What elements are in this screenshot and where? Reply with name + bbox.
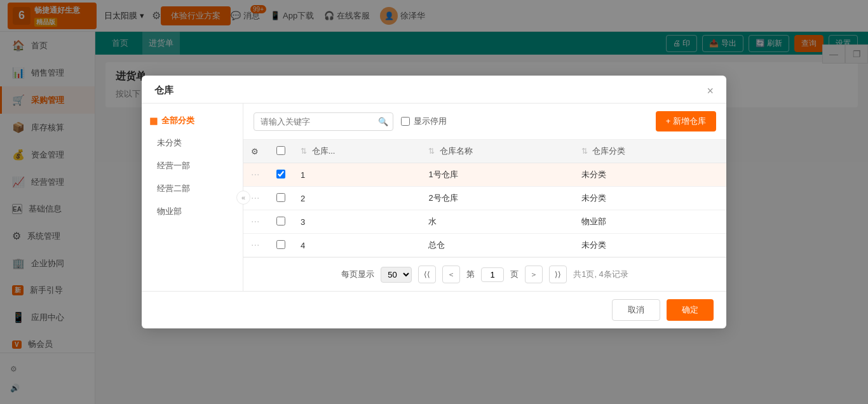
modal-overlay: 仓库 × ▦ 全部分类 未分类 经营一部 经营二部 物业部 « xyxy=(0,0,868,404)
table-row[interactable]: ··· 3 水 物业部 xyxy=(243,210,726,234)
row-name-cell: 水 xyxy=(421,210,573,234)
page-number-input[interactable] xyxy=(481,267,504,282)
row-checkbox[interactable] xyxy=(276,217,285,226)
row-checkbox-cell xyxy=(269,187,293,210)
row-actions-cell[interactable]: ··· xyxy=(243,210,269,234)
row-more-icon[interactable]: ··· xyxy=(251,216,259,227)
modal-footer: 取消 确定 xyxy=(142,291,726,328)
row-checkbox-cell xyxy=(269,234,293,257)
search-input-wrap: 🔍 xyxy=(254,112,393,131)
category-collapse-button[interactable]: « xyxy=(236,191,250,205)
modal-body: ▦ 全部分类 未分类 经营一部 经营二部 物业部 « 🔍 xyxy=(142,104,726,291)
row-num-cell: 2 xyxy=(293,187,421,210)
settings-th-icon: ⚙ xyxy=(251,147,259,156)
content-panel: 🔍 显示停用 + 新增仓库 ⚙ xyxy=(243,104,726,291)
row-more-icon[interactable]: ··· xyxy=(251,239,259,250)
warehouse-table: ⚙ ⇅ 仓库... ⇅ xyxy=(243,140,726,257)
show-disabled-label: 显示停用 xyxy=(414,116,447,127)
table-row[interactable]: ··· 4 总仓 未分类 xyxy=(243,234,726,257)
category-item-op2[interactable]: 经营二部 xyxy=(142,177,243,200)
row-checkbox[interactable] xyxy=(276,240,285,249)
row-name-cell: 1号仓库 xyxy=(421,163,573,187)
row-name-cell: 2号仓库 xyxy=(421,187,573,210)
page-text-label: 第 xyxy=(466,269,475,280)
table-row[interactable]: ··· 1 1号仓库 未分类 xyxy=(243,163,726,187)
search-input[interactable] xyxy=(254,112,393,131)
next-page-button[interactable]: ＞ xyxy=(525,266,543,283)
th-checkbox xyxy=(269,140,293,163)
row-more-icon[interactable]: ··· xyxy=(251,169,259,180)
show-disabled-wrap: 显示停用 xyxy=(401,116,447,127)
row-name-cell: 总仓 xyxy=(421,234,573,257)
table-row[interactable]: ··· 2 2号仓库 未分类 xyxy=(243,187,726,210)
content-toolbar: 🔍 显示停用 + 新增仓库 xyxy=(243,104,726,140)
sort-icon-code: ⇅ xyxy=(301,147,307,156)
per-page-label: 每页显示 xyxy=(341,269,374,280)
pagination-bar: 每页显示 50 ⟨⟨ ＜ 第 页 ＞ ⟩⟩ 共1页, 4条记录 xyxy=(243,257,726,291)
category-item-unclassified[interactable]: 未分类 xyxy=(142,131,243,154)
category-item-property[interactable]: 物业部 xyxy=(142,200,243,223)
row-num-cell: 3 xyxy=(293,210,421,234)
all-categories-item[interactable]: ▦ 全部分类 xyxy=(142,110,243,131)
th-name: ⇅ 仓库名称 xyxy=(421,140,573,163)
row-num-cell: 1 xyxy=(293,163,421,187)
modal-close-button[interactable]: × xyxy=(707,85,714,97)
search-icon[interactable]: 🔍 xyxy=(378,117,388,126)
sort-icon-category: ⇅ xyxy=(581,147,588,156)
th-code: ⇅ 仓库... xyxy=(293,140,421,163)
table-body: ··· 1 1号仓库 未分类 ··· 2 2号仓库 未分类 ··· 3 水 物业… xyxy=(243,163,726,257)
row-category-cell: 未分类 xyxy=(574,163,726,187)
all-categories-label: 全部分类 xyxy=(161,115,194,126)
page-summary: 共1页, 4条记录 xyxy=(573,269,628,280)
th-settings: ⚙ xyxy=(243,140,269,163)
row-category-cell: 物业部 xyxy=(574,210,726,234)
row-checkbox-cell xyxy=(269,163,293,187)
warehouse-modal: 仓库 × ▦ 全部分类 未分类 经营一部 经营二部 物业部 « xyxy=(142,76,726,328)
last-page-button[interactable]: ⟩⟩ xyxy=(549,266,567,283)
select-all-checkbox[interactable] xyxy=(276,146,285,155)
row-category-cell: 未分类 xyxy=(574,187,726,210)
confirm-button[interactable]: 确定 xyxy=(667,299,714,321)
category-panel: ▦ 全部分类 未分类 经营一部 经营二部 物业部 « xyxy=(142,104,243,291)
cancel-button[interactable]: 取消 xyxy=(612,299,660,321)
category-grid-icon: ▦ xyxy=(149,116,158,126)
first-page-button[interactable]: ⟨⟨ xyxy=(418,266,436,283)
sort-icon-name: ⇅ xyxy=(428,147,435,156)
row-checkbox[interactable] xyxy=(276,193,285,202)
th-category: ⇅ 仓库分类 xyxy=(574,140,726,163)
row-category-cell: 未分类 xyxy=(574,234,726,257)
table-header-row: ⚙ ⇅ 仓库... ⇅ xyxy=(243,140,726,163)
page-suffix: 页 xyxy=(510,269,519,280)
row-actions-cell[interactable]: ··· xyxy=(243,234,269,257)
add-warehouse-button[interactable]: + 新增仓库 xyxy=(656,111,716,131)
per-page-select[interactable]: 50 xyxy=(381,267,412,283)
prev-page-button[interactable]: ＜ xyxy=(442,266,460,283)
modal-header: 仓库 × xyxy=(142,76,726,104)
row-num-cell: 4 xyxy=(293,234,421,257)
row-checkbox-cell xyxy=(269,210,293,234)
table-container: ⚙ ⇅ 仓库... ⇅ xyxy=(243,140,726,257)
modal-title: 仓库 xyxy=(154,84,173,97)
row-actions-cell[interactable]: ··· xyxy=(243,163,269,187)
show-disabled-checkbox[interactable] xyxy=(401,117,410,126)
row-checkbox[interactable] xyxy=(276,170,285,178)
row-more-icon[interactable]: ··· xyxy=(251,192,259,203)
category-item-op1[interactable]: 经营一部 xyxy=(142,154,243,177)
